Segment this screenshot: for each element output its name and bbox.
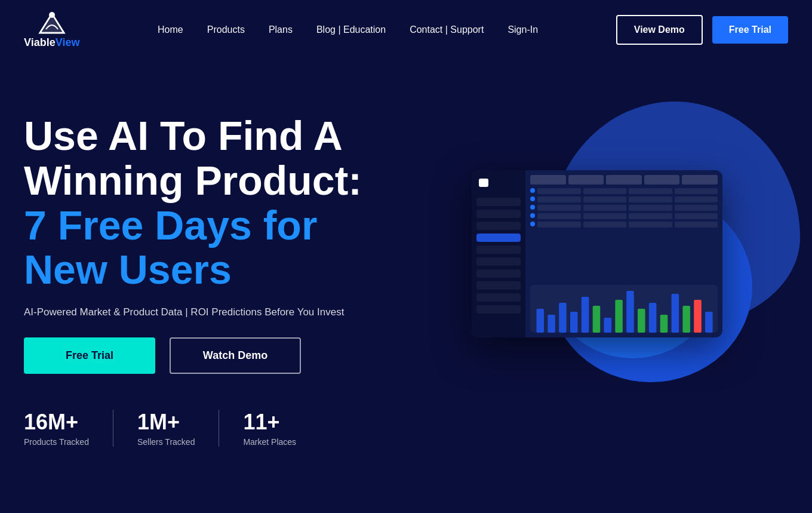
free-trial-hero-button[interactable]: Free Trial	[24, 337, 155, 374]
stat-sellers-label: Sellers Tracked	[137, 437, 195, 447]
svg-rect-8	[615, 300, 623, 333]
hero-title: Use AI To Find A Winning Product: 7 Free…	[24, 113, 406, 292]
svg-rect-13	[672, 294, 679, 333]
nav-signin[interactable]: Sign-In	[508, 24, 538, 35]
mockup-table	[530, 188, 718, 281]
nav-actions: View Demo Free Trial	[616, 15, 788, 45]
svg-rect-3	[559, 303, 567, 333]
svg-rect-6	[593, 306, 601, 333]
svg-rect-11	[649, 303, 657, 333]
hero-section: Use AI To Find A Winning Product: 7 Free…	[0, 60, 812, 471]
stat-products-number: 16M+	[24, 410, 89, 435]
mockup-sidebar-item	[476, 210, 521, 218]
nav-blog[interactable]: Blog | Education	[316, 24, 386, 35]
svg-rect-10	[638, 309, 645, 333]
svg-rect-7	[604, 318, 612, 333]
mockup-sidebar-item	[476, 305, 521, 314]
hero-title-line1: Use AI To Find A	[24, 113, 406, 158]
svg-rect-14	[682, 306, 690, 333]
logo[interactable]: ViableView	[24, 11, 79, 49]
nav-home[interactable]: Home	[158, 24, 183, 35]
mockup-sidebar	[472, 170, 525, 337]
svg-rect-9	[626, 291, 634, 333]
svg-rect-1	[536, 309, 544, 333]
dashboard-screenshot	[472, 170, 722, 337]
nav-links: Home Products Plans Blog | Education Con…	[158, 24, 538, 35]
logo-text: ViableView	[24, 36, 79, 49]
mockup-sidebar-item-active	[476, 234, 521, 242]
mockup-header	[530, 175, 718, 185]
hero-content: Use AI To Find A Winning Product: 7 Free…	[24, 96, 406, 447]
stat-products: 16M+ Products Tracked	[24, 410, 113, 447]
mockup-sidebar-item	[476, 245, 521, 254]
hero-title-highlight: 7 Free Days for New Users	[24, 203, 406, 293]
svg-rect-4	[570, 312, 578, 333]
nav-products[interactable]: Products	[207, 24, 245, 35]
watch-demo-button[interactable]: Watch Demo	[170, 337, 301, 374]
mockup-sidebar-item	[476, 293, 521, 302]
hero-subtitle: AI-Powered Market & Product Data | ROI P…	[24, 306, 406, 318]
svg-point-0	[49, 12, 55, 18]
svg-rect-16	[705, 312, 713, 333]
free-trial-nav-button[interactable]: Free Trial	[712, 16, 788, 44]
nav-contact[interactable]: Contact | Support	[410, 24, 484, 35]
stat-markets-number: 11+	[243, 410, 296, 435]
mockup-sidebar-item	[476, 222, 521, 230]
svg-rect-5	[582, 297, 589, 333]
hero-buttons: Free Trial Watch Demo	[24, 337, 406, 374]
mockup-sidebar-item	[476, 257, 521, 266]
hero-title-line2: Winning Product:	[24, 158, 406, 203]
stat-markets: 11+ Market Places	[243, 410, 320, 447]
nav-plans[interactable]: Plans	[269, 24, 293, 35]
svg-rect-15	[694, 300, 702, 333]
view-demo-button[interactable]: View Demo	[616, 15, 703, 45]
svg-rect-12	[660, 315, 668, 333]
mockup-sidebar-item	[476, 198, 521, 206]
hero-image-area	[406, 96, 788, 394]
stat-sellers: 1M+ Sellers Tracked	[137, 410, 219, 447]
stat-markets-label: Market Places	[243, 437, 296, 447]
mockup-main	[525, 170, 722, 337]
hero-stats: 16M+ Products Tracked 1M+ Sellers Tracke…	[24, 410, 406, 447]
mockup-logo	[476, 176, 521, 189]
mockup-sidebar-item	[476, 281, 521, 290]
stat-products-label: Products Tracked	[24, 437, 89, 447]
stat-sellers-number: 1M+	[137, 410, 195, 435]
navbar: ViableView Home Products Plans Blog | Ed…	[0, 0, 812, 60]
mockup-sidebar-item	[476, 269, 521, 278]
svg-rect-2	[548, 315, 555, 333]
mockup-chart	[530, 285, 718, 333]
